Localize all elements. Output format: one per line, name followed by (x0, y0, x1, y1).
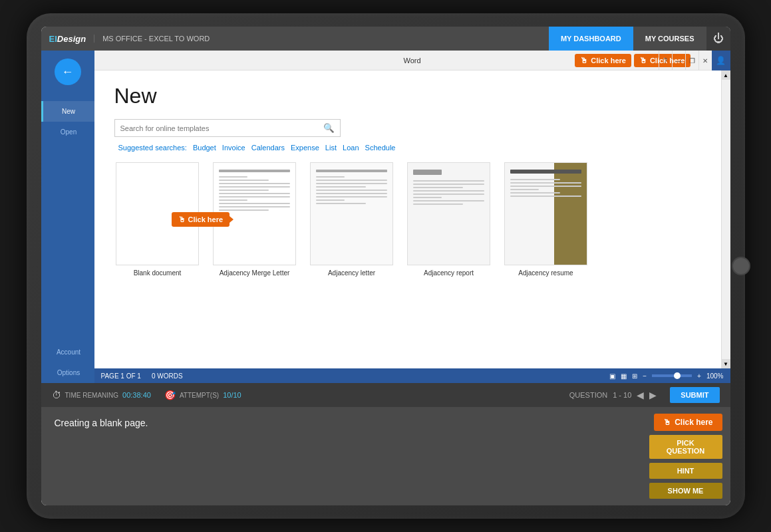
sidebar-item-open[interactable]: Open (41, 122, 94, 142)
close-control[interactable]: ✕ (698, 51, 712, 70)
my-dashboard-btn[interactable]: MY DASHBOARD (549, 27, 633, 51)
suggest-schedule[interactable]: Schedule (365, 144, 396, 152)
template-resume[interactable]: Adjacency resume (503, 162, 589, 277)
word-scrollbar[interactable]: ▲ ▼ (721, 70, 730, 368)
sidebar-bottom: Account Options (41, 342, 94, 383)
sidebar-item-6 (41, 182, 94, 196)
templates-grid: Blank document 🖱 Click here (114, 162, 701, 283)
word-main-area: New 🔍 Suggested searches: Budget Invoice (94, 70, 730, 368)
sidebar-item-account[interactable]: Account (41, 342, 94, 362)
timer-label: TIME REMANING (65, 392, 119, 399)
logo-area: EIDesign (41, 27, 94, 51)
template-merge-letter[interactable]: 🖱 Click here (212, 162, 298, 277)
template-preview-letter (310, 162, 393, 265)
question-label: QUESTION (569, 391, 607, 399)
restore-control[interactable]: ❐ (685, 51, 698, 70)
question-text: Creating a blank page. (55, 418, 148, 428)
question-area: Creating a blank page. 🖱 Click here PICK… (41, 407, 730, 505)
quiz-timer: ⏱ TIME REMANING 00:38:40 (52, 390, 151, 400)
help-control[interactable]: ? (659, 51, 672, 70)
search-icon: 🔍 (323, 123, 335, 133)
suggest-calendars[interactable]: Calendars (251, 144, 285, 152)
zoom-slider[interactable] (652, 374, 692, 377)
submit-button[interactable]: SUBMIT (670, 387, 719, 403)
suggest-expense[interactable]: Expense (291, 144, 319, 152)
sidebar-item-new[interactable]: New (41, 101, 94, 122)
template-name-letter: Adjacency letter (328, 269, 375, 277)
top-nav: MY DASHBOARD MY COURSES (549, 27, 706, 51)
back-button[interactable]: ← (55, 59, 81, 85)
sidebar-item-4 (41, 156, 94, 169)
quiz-next-btn[interactable]: ▶ (649, 390, 657, 400)
zoom-slider-thumb (674, 372, 681, 379)
sidebar-item-options[interactable]: Options (41, 362, 94, 383)
template-letter[interactable]: Adjacency letter (309, 162, 395, 277)
page-info: PAGE 1 OF 1 (101, 372, 141, 380)
attempts-icon: 🎯 (164, 390, 176, 400)
suggested-searches: Suggested searches: Budget Invoice Calen… (114, 144, 701, 152)
sidebar-items: New Open (41, 101, 94, 196)
user-icon: 👤 (712, 51, 730, 70)
template-name-resume: Adjacency resume (518, 269, 573, 277)
status-right: ▣ ▦ ⊞ − + 100% (609, 372, 723, 380)
scroll-up[interactable]: ▲ (722, 70, 730, 80)
suggest-list[interactable]: List (325, 144, 337, 152)
click-icon-2: 🖱 (639, 56, 647, 65)
template-preview-report (407, 162, 490, 265)
template-name-merge: Adjacency Merge Letter (220, 269, 290, 277)
top-bar: EIDesign MS OFFICE - EXCEL TO WORD MY DA… (41, 27, 730, 51)
scroll-down[interactable]: ▼ (722, 359, 730, 368)
tablet-shell: EIDesign MS OFFICE - EXCEL TO WORD MY DA… (27, 13, 745, 519)
question-range: 1 - 10 (613, 391, 631, 399)
hint-btn[interactable]: HINT (649, 463, 722, 479)
word-header-row: Word 🖱 Click here 🖱 Click here ? (94, 51, 730, 70)
attempts-label: ATTEMPT(S) (180, 392, 219, 399)
zoom-plus[interactable]: + (697, 372, 701, 380)
zoom-level: 100% (706, 372, 724, 380)
word-count: 0 WORDS (152, 372, 183, 380)
power-button[interactable]: ⏻ (706, 27, 730, 51)
template-name-report: Adjacency report (424, 269, 474, 277)
logo-prefix: EI (49, 34, 57, 44)
overlay-click-icon: 🖱 (178, 215, 186, 223)
word-new-content: New 🔍 Suggested searches: Budget Invoice (94, 70, 721, 368)
click-here-overlay[interactable]: 🖱 Click here (172, 212, 230, 227)
header-controls: ? — ❐ ✕ 👤 (659, 51, 730, 70)
view-icon-1: ▣ (609, 372, 615, 380)
word-status-bar: PAGE 1 OF 1 0 WORDS ▣ ▦ ⊞ − + 100% (94, 368, 730, 383)
main-content: ← New Open Account (41, 51, 730, 383)
new-heading: New (114, 84, 701, 108)
quiz-question: QUESTION 1 - 10 ◀ ▶ (569, 390, 657, 400)
logo-text: EIDesign (49, 34, 86, 44)
template-search: 🔍 (114, 119, 341, 137)
zoom-minus[interactable]: − (643, 372, 647, 380)
show-me-btn[interactable]: SHOW ME (649, 483, 722, 499)
click-icon-1: 🖱 (580, 56, 588, 65)
question-click-here-btn[interactable]: 🖱 Click here (654, 414, 722, 431)
search-input[interactable] (115, 121, 318, 136)
timer-value: 00:38:40 (122, 391, 151, 399)
click-here-btn-1[interactable]: 🖱 Click here (575, 54, 631, 67)
suggest-invoice[interactable]: Invoice (222, 144, 245, 152)
minimize-control[interactable]: — (672, 51, 685, 70)
timer-icon: ⏱ (52, 390, 61, 400)
template-name-blank: Blank document (134, 269, 182, 277)
scroll-track (722, 80, 730, 359)
sidebar-item-5 (41, 169, 94, 182)
my-courses-btn[interactable]: MY COURSES (633, 27, 706, 51)
course-title: MS OFFICE - EXCEL TO WORD (94, 35, 218, 43)
quiz-prev-btn[interactable]: ◀ (637, 390, 644, 400)
template-report[interactable]: Adjacency report (406, 162, 492, 277)
q-click-icon: 🖱 (663, 418, 671, 427)
template-preview-resume (504, 162, 587, 265)
logo-suffix: Design (57, 34, 86, 44)
attempts-value: 10/10 (223, 391, 241, 399)
quiz-attempts: 🎯 ATTEMPT(S) 10/10 (164, 390, 241, 400)
pick-question-btn[interactable]: PICK QUESTION (649, 435, 722, 459)
suggest-budget[interactable]: Budget (193, 144, 216, 152)
status-left: PAGE 1 OF 1 0 WORDS (101, 372, 183, 380)
search-button[interactable]: 🔍 (318, 120, 340, 136)
view-icon-2: ▦ (621, 372, 627, 380)
home-button[interactable] (732, 257, 750, 275)
suggest-loan[interactable]: Loan (343, 144, 359, 152)
